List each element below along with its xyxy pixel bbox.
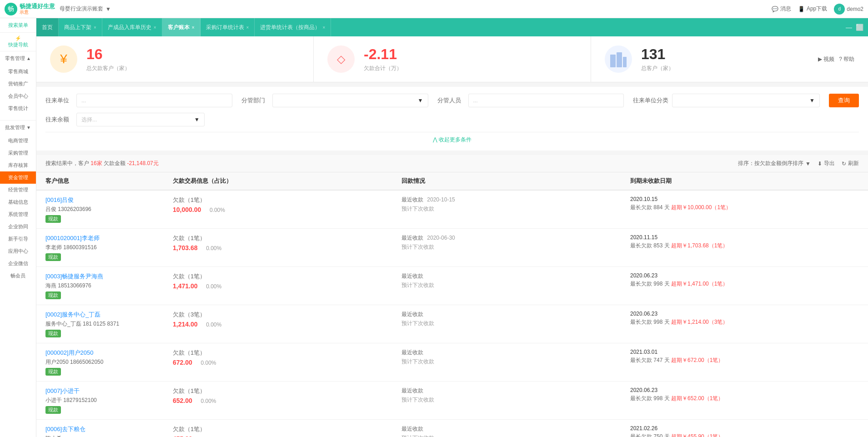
expand-icon: ▲ (26, 56, 31, 61)
overdue-amount-link[interactable]: 超期￥652.00（1笔） (671, 395, 723, 402)
customer-info-cell: [0016]吕俊 吕俊 13026203696 现款 (45, 196, 173, 223)
customer-name-link[interactable]: [0016]吕俊 (45, 196, 173, 204)
tab-customer-account[interactable]: 客户账本 × (162, 18, 201, 36)
sidebar-search[interactable]: 搜索菜单 (0, 18, 36, 33)
customer-name-link[interactable]: [0007]小进干 (45, 387, 173, 395)
recover-info-cell: 最近收款 2020-06-30 预计下次收款 (401, 234, 630, 251)
sidebar-item-ecommerce[interactable]: 电商管理 (0, 135, 36, 147)
top-bar-left: 畅 畅捷通好生意 示意 母婴行业演示账套 ▼ (5, 3, 111, 15)
debt-info-cell: 欠款（1笔） 652.00 0.00% (173, 387, 401, 404)
minimize-icon[interactable]: — (846, 24, 852, 31)
overdue-amount-link[interactable]: 超期￥1,214.00（3笔） (671, 319, 728, 325)
debt-count: 欠款（1笔） (173, 425, 401, 433)
store-selector[interactable]: 母婴行业演示账套 ▼ (60, 5, 111, 13)
tab-close-icon[interactable]: × (246, 25, 249, 30)
balance-select[interactable]: 选择... ▼ (76, 113, 205, 126)
debt-info-cell: 欠款（3笔） 1,214.00 0.00% (173, 311, 401, 328)
recover-info-cell: 最近收款 预计下次收款 (401, 311, 630, 327)
tab-product-listing[interactable]: 商品上下架 × (59, 18, 102, 36)
balance-arrow-icon: ▼ (194, 116, 200, 123)
overdue-amount-link[interactable]: 超期￥10,000.00（1笔） (671, 204, 731, 211)
sidebar-item-nav[interactable]: ⚡ 快捷导航 (0, 33, 36, 51)
collapse-button[interactable]: ⋀ 收起更多条件 (45, 132, 859, 144)
tab-purchase-stats[interactable]: 采购订单统计表 × (201, 18, 255, 36)
tab-label: 进货单统计表（按商品） (260, 24, 320, 31)
message-button[interactable]: 💬 消息 (772, 5, 791, 13)
tab-incoming-stats[interactable]: 进货单统计表（按商品） × (255, 18, 331, 36)
tab-home[interactable]: 首页 (36, 18, 59, 36)
tab-close-icon[interactable]: × (322, 25, 325, 30)
customer-info-cell: [0003]畅捷服务尹海燕 海燕 18513066976 现款 (45, 272, 173, 299)
next-collect-row: 预计下次收款 (401, 358, 630, 366)
col-header-customer: 客户信息 (45, 177, 173, 185)
last-collect-label: 最近收款 (401, 426, 423, 432)
due-date: 2021.02.26 (630, 425, 859, 432)
sort-selector[interactable]: 排序：按欠款金额倒序排序 ▼ (738, 160, 811, 167)
tab-close-icon[interactable]: × (192, 25, 195, 30)
svg-rect-1 (617, 52, 622, 67)
overdue-amount-link[interactable]: 超期￥672.00（1笔） (671, 357, 723, 363)
overdue-amount-link[interactable]: 超期￥1,471.00（1笔） (671, 281, 728, 287)
sidebar-item-marketing[interactable]: 营销推广 (0, 78, 36, 90)
tab-production-history[interactable]: 产成品入库单历史 × (102, 18, 162, 36)
help-link[interactable]: ? 帮助 (839, 55, 854, 63)
due-info-cell: 2021.03.01 最长欠款 747 天 超期￥672.00（1笔） (630, 349, 859, 364)
manager-input[interactable]: ... (468, 94, 624, 107)
sidebar-item-inventory[interactable]: 库存核算 (0, 159, 36, 171)
sidebar-item-system-mgmt[interactable]: 系统管理 (0, 208, 36, 221)
overdue-amount-link[interactable]: 超期￥1,703.68（1笔） (671, 242, 728, 249)
sidebar-item-basic-info[interactable]: 基础信息 (0, 196, 36, 208)
sidebar-item-ops-mgmt[interactable]: 经营管理 (0, 184, 36, 196)
unit-category-select[interactable]: ▼ (672, 94, 820, 107)
sidebar-item-new-guide[interactable]: 新手引导 (0, 233, 36, 245)
customer-name-link[interactable]: [0003]畅捷服务尹海燕 (45, 272, 173, 281)
sidebar-item-retail-mall[interactable]: 零售商城 (0, 65, 36, 78)
customer-phone: 小进干 18279152100 (45, 397, 173, 404)
col-header-due: 到期未收款日期 (630, 177, 859, 185)
refresh-icon: ↻ (842, 161, 846, 167)
sidebar-item-vip-member[interactable]: 畅会员 (0, 270, 36, 282)
due-date: 2020.06.23 (630, 311, 859, 317)
sidebar-item-purchase[interactable]: 采购管理 (0, 147, 36, 159)
export-button[interactable]: ⬇ 导出 (818, 160, 835, 167)
source-unit-input[interactable]: ... (76, 94, 232, 107)
filter-dept: 分管部门 ▼ (241, 94, 428, 107)
refresh-button[interactable]: ↻ 刷新 (842, 160, 859, 167)
customer-name-link[interactable]: [0006]去下粮仓 (45, 425, 173, 433)
sidebar-item-enterprise-collab[interactable]: 企业协同 (0, 221, 36, 233)
tab-close-icon[interactable]: × (94, 25, 96, 30)
due-info-cell: 2020.06.23 最长欠款 998 天 超期￥652.00（1笔） (630, 387, 859, 402)
overdue-amount-link[interactable]: 超期￥455.90（1笔） (671, 433, 723, 437)
stat-card-values: 131 总客户（家） (641, 46, 674, 72)
sidebar-item-app-center[interactable]: 应用中心 (0, 245, 36, 257)
search-button[interactable]: 查询 (829, 94, 859, 107)
filter-source-unit: 往来单位 ... (45, 94, 232, 107)
app-download-button[interactable]: 📱 App下载 (798, 5, 827, 13)
result-debt-label: 欠款金额 (104, 160, 125, 166)
recover-info-cell: 最近收款 预计下次收款 (401, 349, 630, 366)
balance-label: 往来余额 (45, 116, 73, 124)
filter-balance: 往来余额 选择... ▼ (45, 113, 205, 126)
customer-name-link[interactable]: [000002]用户2050 (45, 349, 173, 357)
video-link[interactable]: ▶ 视频 (818, 55, 834, 63)
logo-area: 畅 畅捷通好生意 示意 (5, 3, 55, 15)
user-avatar[interactable]: d demo2 (834, 4, 863, 15)
sidebar-item-wholesale-mgmt[interactable]: 批发管理 ▼ (0, 121, 36, 135)
dept-select[interactable]: ▼ (272, 94, 428, 107)
collapse-label: 收起更多条件 (439, 136, 472, 143)
sidebar-label: 经营管理 (8, 186, 28, 193)
result-actions: 排序：按欠款金额倒序排序 ▼ ⬇ 导出 ↻ 刷新 (738, 160, 859, 167)
customer-name-link[interactable]: [0002]服务中心_丁磊 (45, 311, 173, 319)
sidebar-item-retail-stats[interactable]: 零售统计 (0, 102, 36, 115)
customer-name-link[interactable]: [0001020001]李老师 (45, 234, 173, 242)
tab-close-icon[interactable]: × (154, 25, 156, 30)
sidebar-item-enterprise-wechat[interactable]: 企业微信 (0, 257, 36, 270)
next-collect-row: 预计下次收款 (401, 205, 630, 213)
store-label: 示意 (20, 10, 55, 15)
debt-ratio: 0.00% (206, 321, 221, 328)
sidebar-item-member[interactable]: 会员中心 (0, 90, 36, 102)
sidebar-item-retail-mgmt[interactable]: 零售管理 ▲ (0, 51, 36, 65)
maximize-icon[interactable]: ⬜ (856, 24, 863, 31)
last-collect-row: 最近收款 (401, 425, 630, 433)
sidebar-item-capital-mgmt[interactable]: 资金管理 (0, 171, 36, 184)
